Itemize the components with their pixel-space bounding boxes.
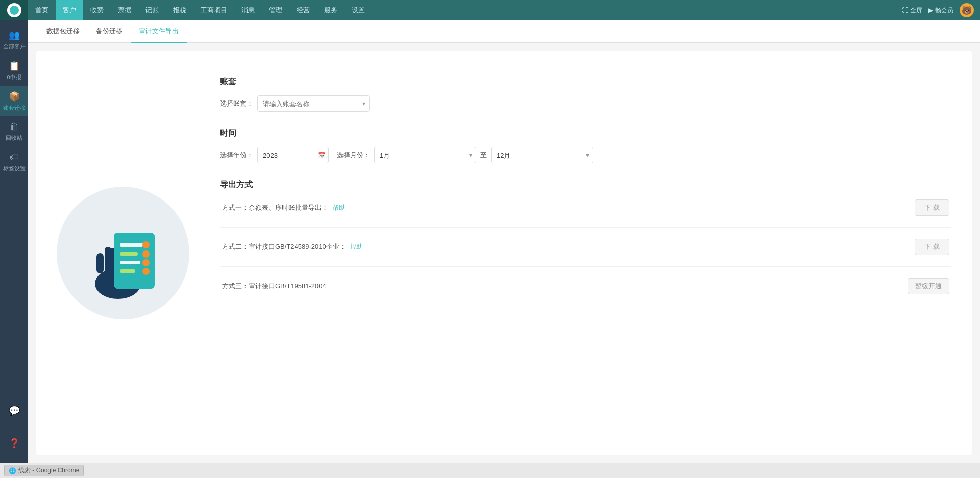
logo-circle [7,3,21,17]
all-customers-icon: 👥 [9,30,20,41]
svg-rect-9 [120,269,135,273]
zero-declaration-icon: 📋 [9,60,20,71]
nav-bookkeeping[interactable]: 记账 [138,0,166,20]
export-method-1-button[interactable]: 下 载 [915,199,949,216]
nav-manage[interactable]: 管理 [262,0,289,20]
nav-tax[interactable]: 报税 [166,0,193,20]
export-method-1-row: 方式一：余额表、序时账批量导出： 帮助 下 载 [220,198,951,217]
month-end-select[interactable]: 1月 2月 3月 4月 5月 6月 7月 8月 9月 10月 11月 12月 [491,147,593,163]
year-input[interactable] [257,147,329,163]
nav-service[interactable]: 服务 [317,0,345,20]
form-area: 账套 选择账套： 时间 选择年份： 选择月份： [220,66,951,439]
taskbar-chrome[interactable]: 🌐 线索 - Google Chrome [4,465,84,476]
tab-backup-migration[interactable]: 备份迁移 [88,20,131,43]
svg-rect-2 [96,253,104,273]
month-end-wrapper: 1月 2月 3月 4月 5月 6月 7月 8月 9月 10月 11月 12月 [491,147,593,163]
time-title: 时间 [220,128,951,139]
svg-point-12 [142,259,150,266]
chat-icon: 💬 [9,405,20,416]
sidebar-item-tag-settings[interactable]: 🏷 标签设置 [0,147,28,178]
sidebar-item-zero-declaration[interactable]: 📋 0申报 [0,55,28,86]
nav-settings[interactable]: 设置 [345,0,372,20]
nav-items: 首页 客户 收费 票据 记账 报税 工商项目 消息 管理 经营 服务 设置 [28,0,902,20]
nav-right: ⛶ 全屏 ▶ 畅会员 🐻 [902,3,980,17]
svg-rect-6 [120,243,143,247]
nav-operation[interactable]: 经营 [289,0,317,20]
illustration-circle [57,187,189,319]
recycle-icon: 🗑 [10,121,19,132]
taskbar-label: 线索 - Google Chrome [18,466,79,475]
nav-bizproject[interactable]: 工商项目 [193,0,234,20]
svg-point-11 [142,250,150,258]
export-method-2-button[interactable]: 下 载 [915,239,949,255]
export-method-2-help[interactable]: 帮助 [350,243,363,250]
account-set-title: 账套 [220,77,951,87]
divider-2 [220,266,951,267]
content-area: 数据包迁移 备份迁移 审计文件导出 [28,20,980,463]
sidebar: 👥 全部客户 📋 0申报 📦 账套迁移 🗑 回收站 🏷 标签设置 💬 ❓ [0,20,28,463]
nav-billing[interactable]: 收费 [83,0,111,20]
avatar[interactable]: 🐻 [960,3,974,17]
svg-point-10 [142,241,150,248]
tab-data-migration[interactable]: 数据包迁移 [38,20,88,43]
tab-audit-export[interactable]: 审计文件导出 [131,20,187,43]
chrome-icon: 🌐 [9,467,16,474]
top-navigation: 首页 客户 收费 票据 记账 报税 工商项目 消息 管理 经营 服务 设置 ⛶ … [0,0,980,20]
export-method-1-help[interactable]: 帮助 [332,204,346,211]
divider-1 [220,227,951,228]
tab-bar: 数据包迁移 备份迁移 审计文件导出 [28,20,980,43]
page-content: 账套 选择账套： 时间 选择年份： 选择月份： [36,51,972,455]
logo[interactable] [0,0,28,20]
account-migration-icon: 📦 [9,91,20,102]
sidebar-item-label: 账套迁移 [3,104,26,112]
fullscreen-icon: ⛶ [902,7,908,14]
svg-rect-3 [105,247,111,257]
nav-customer[interactable]: 客户 [56,0,83,20]
tag-settings-icon: 🏷 [10,152,19,163]
nav-message[interactable]: 消息 [234,0,262,20]
year-input-wrapper [257,147,329,163]
year-label: 选择年份： [220,150,257,160]
sidebar-item-account-migration[interactable]: 📦 账套迁移 [0,86,28,116]
main-layout: 👥 全部客户 📋 0申报 📦 账套迁移 🗑 回收站 🏷 标签设置 💬 ❓ [0,20,980,463]
svg-rect-7 [120,252,138,256]
fullscreen-button[interactable]: ⛶ 全屏 [902,6,922,15]
export-method-2-row: 方式二：审计接口GB/T24589-2010企业： 帮助 下 载 [220,238,951,256]
account-set-select-wrapper [257,95,370,112]
avatar-icon: 🐻 [962,6,972,15]
export-method-1-label: 方式一：余额表、序时账批量导出： 帮助 [222,203,915,212]
sidebar-bottom: 💬 ❓ [0,395,28,463]
svg-rect-8 [120,261,140,264]
bottom-taskbar: 🌐 线索 - Google Chrome [0,463,980,478]
sidebar-item-label: 0申报 [7,73,21,81]
to-label: 至 [480,150,487,160]
sidebar-item-recycle[interactable]: 🗑 回收站 [0,116,28,147]
svg-point-13 [142,268,150,275]
export-method-3-button[interactable]: 暂缓开通 [908,278,949,294]
logo-inner [10,6,19,15]
export-method-3-label: 方式三：审计接口GB/T19581-2004 [222,282,908,291]
account-set-input[interactable] [257,95,370,112]
export-method-2-label: 方式二：审计接口GB/T24589-2010企业： 帮助 [222,242,915,251]
export-title: 导出方式 [220,180,951,190]
account-set-row: 选择账套： [220,95,951,112]
member-button[interactable]: ▶ 畅会员 [928,6,953,15]
member-icon: ▶ [928,7,933,14]
help-icon: ❓ [9,438,20,449]
sidebar-item-chat[interactable]: 💬 [0,395,28,426]
sidebar-item-all-customers[interactable]: 👥 全部客户 [0,24,28,55]
month-start-wrapper: 1月 2月 3月 4月 5月 6月 7月 8月 9月 10月 11月 12月 [374,147,476,163]
month-start-select[interactable]: 1月 2月 3月 4月 5月 6月 7月 8月 9月 10月 11月 12月 [374,147,476,163]
illustration-svg [77,202,169,304]
month-label: 选择月份： [337,150,374,160]
account-set-label: 选择账套： [220,99,257,108]
sidebar-item-label: 标签设置 [3,165,26,172]
fullscreen-label: 全屏 [910,6,922,15]
sidebar-item-help[interactable]: ❓ [0,428,28,459]
sidebar-item-label: 回收站 [6,134,22,142]
nav-invoice[interactable]: 票据 [111,0,138,20]
nav-home[interactable]: 首页 [28,0,56,20]
sidebar-item-label: 全部客户 [3,43,26,51]
time-row: 选择年份： 选择月份： 1月 2月 3月 4月 5月 6月 7月 [220,147,951,163]
member-label: 畅会员 [935,6,953,15]
